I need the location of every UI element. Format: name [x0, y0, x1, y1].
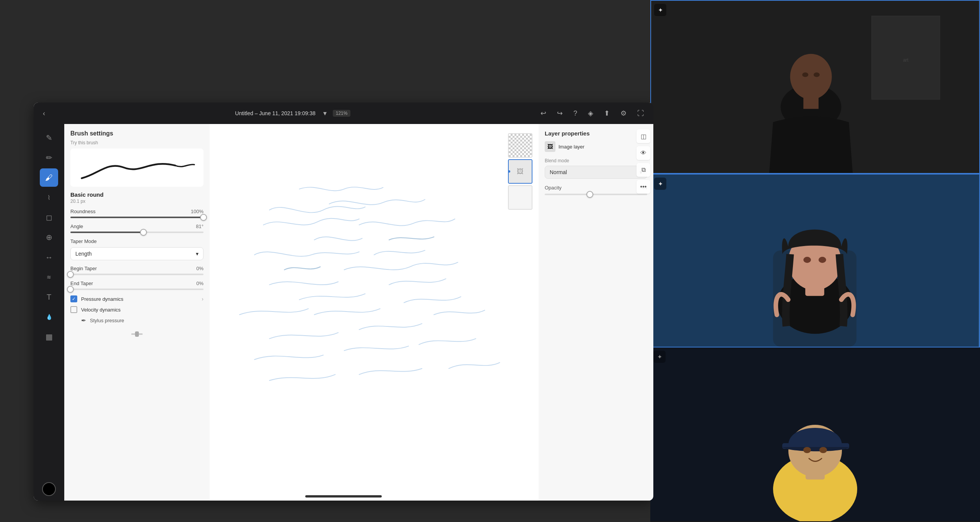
svg-point-15 — [803, 257, 811, 263]
redo-button[interactable]: ↪ — [554, 108, 566, 119]
video-3-overlay: ✦ — [653, 351, 666, 363]
taper-mode-setting: Taper Mode Length ▾ — [70, 238, 203, 260]
text-tool[interactable]: T — [40, 288, 58, 306]
right-icons-panel: ◫ 👁 ⧉ ••• — [637, 129, 650, 194]
reference-panel-button[interactable]: ⧉ — [637, 163, 650, 177]
blend-mode-value: Normal — [550, 169, 567, 175]
angle-slider[interactable] — [70, 232, 203, 233]
end-taper-slider[interactable] — [70, 289, 203, 290]
begin-taper-value: 0% — [196, 266, 203, 271]
more-options-button[interactable]: ••• — [637, 180, 650, 194]
pressure-dynamics-label: Pressure dynamics — [81, 296, 198, 302]
stylus-pressure-row: ✒ Stylus pressure — [70, 317, 203, 324]
pin-button-1[interactable]: ✦ — [654, 4, 666, 16]
back-button[interactable]: ‹ — [40, 108, 48, 119]
roundness-label: Roundness — [70, 209, 96, 214]
end-taper-setting: End Taper 0% — [70, 281, 203, 290]
stylus-pressure-label: Stylus pressure — [90, 318, 124, 323]
smudge-tool[interactable]: ⌇ — [40, 188, 58, 207]
velocity-dynamics-label: Velocity dynamics — [81, 307, 203, 313]
color-swatch[interactable] — [42, 482, 56, 496]
document-title: Untitled – June 11, 2021 19:09:38 — [235, 110, 316, 116]
video-panel-2: ✦ — [650, 174, 980, 347]
selection-tool[interactable]: ⊕ — [40, 228, 58, 246]
layer-thumbnails: 🖼 — [508, 133, 539, 210]
settings-button[interactable]: ⚙ — [617, 108, 630, 119]
opacity-slider[interactable] — [545, 194, 647, 195]
transform-tool[interactable]: ↔ — [40, 248, 58, 266]
pin-icon-1: ✦ — [658, 7, 663, 14]
taper-mode-dropdown[interactable]: Length ▾ — [70, 247, 203, 260]
pin-button-2[interactable]: ✦ — [654, 178, 666, 190]
modify-tool[interactable]: ✎ — [40, 129, 58, 147]
layer-thumb-2[interactable]: 🖼 — [508, 159, 532, 184]
svg-rect-1 — [135, 331, 139, 337]
pin-icon-2: ✦ — [658, 180, 663, 188]
chevron-down-icon: ▾ — [196, 251, 199, 257]
layer-thumb-3[interactable] — [508, 185, 532, 210]
app-window: ‹ Untitled – June 11, 2021 19:09:38 ▾ 12… — [34, 103, 653, 501]
video-panel-3: ✦ — [650, 347, 980, 521]
share-button[interactable]: ⬆ — [601, 108, 613, 119]
visibility-button[interactable]: 👁 — [637, 146, 650, 160]
eyedropper-tool[interactable]: 💧 — [40, 308, 58, 326]
pencil-tool[interactable]: ✏ — [40, 148, 58, 167]
blend-mode-label: Blend mode — [545, 158, 647, 163]
title-dropdown-button[interactable]: ▾ — [320, 108, 330, 119]
top-toolbar: ‹ Untitled – June 11, 2021 19:09:38 ▾ 12… — [34, 103, 653, 124]
svg-text:art: art — [903, 57, 909, 63]
svg-point-8 — [802, 72, 808, 77]
begin-taper-setting: Begin Taper 0% — [70, 266, 203, 275]
pin-icon-3: ✦ — [657, 353, 662, 361]
layer-properties-panel: Layer properties 🖼 Image layer Blend mod… — [539, 124, 653, 501]
taper-mode-value: Length — [75, 251, 92, 257]
pin-button-3[interactable]: ✦ — [653, 351, 666, 363]
svg-point-9 — [814, 72, 820, 77]
video-2-overlay: ✦ — [654, 178, 666, 190]
svg-point-23 — [819, 447, 827, 453]
help-button[interactable]: ? — [570, 108, 580, 119]
brush-settings-title: Brush settings — [70, 130, 203, 137]
begin-taper-slider[interactable] — [70, 274, 203, 275]
gallery-tool[interactable]: ▦ — [40, 328, 58, 346]
layers-button[interactable]: ◫ — [637, 129, 650, 143]
pressure-dynamics-checkbox[interactable] — [70, 295, 77, 302]
svg-point-6 — [790, 54, 832, 100]
brush-bottom-icon — [70, 330, 203, 338]
video-panel-1: ✦ art — [650, 0, 980, 174]
brush-tool[interactable]: 🖌 — [40, 168, 58, 187]
pressure-dynamics-row[interactable]: Pressure dynamics › — [70, 295, 203, 302]
undo-button[interactable]: ↩ — [537, 108, 549, 119]
velocity-dynamics-checkbox[interactable] — [70, 306, 77, 313]
roundness-value: 100% — [191, 209, 203, 214]
try-brush-label: Try this brush — [70, 140, 203, 145]
brush-size: 20.1 px — [70, 199, 203, 204]
stylus-icon: ✒ — [81, 317, 86, 324]
svg-point-16 — [819, 257, 826, 263]
velocity-dynamics-row[interactable]: Velocity dynamics — [70, 306, 203, 313]
reference-button[interactable]: ◈ — [585, 108, 596, 119]
image-layer-icon: 🖼 — [545, 141, 555, 152]
angle-value: 81° — [196, 223, 203, 229]
svg-point-22 — [803, 447, 811, 453]
canvas-area[interactable] — [210, 124, 539, 501]
taper-mode-label: Taper Mode — [70, 238, 203, 244]
image-layer-row: 🖼 Image layer — [545, 141, 647, 152]
layer-thumb-1[interactable] — [508, 133, 532, 158]
brush-settings-panel: Brush settings Try this brush Basic roun… — [64, 124, 210, 501]
opacity-label: Opacity — [545, 185, 562, 191]
roundness-slider[interactable] — [70, 217, 203, 218]
end-taper-value: 0% — [196, 281, 203, 286]
fullscreen-button[interactable]: ⛶ — [634, 108, 647, 119]
blend-mode-dropdown[interactable]: Normal ▾ — [545, 166, 647, 179]
brush-name: Basic round — [70, 191, 203, 198]
liquify-tool[interactable]: ≋ — [40, 268, 58, 286]
home-bar — [305, 495, 382, 498]
begin-taper-label: Begin Taper — [70, 266, 97, 271]
angle-setting: Angle 81° — [70, 223, 203, 233]
brush-preview[interactable] — [70, 148, 203, 187]
image-layer-label: Image layer — [558, 144, 584, 150]
eraser-tool[interactable]: ◻ — [40, 208, 58, 227]
svg-rect-7 — [803, 94, 819, 109]
drawing-app: ‹ Untitled – June 11, 2021 19:09:38 ▾ 12… — [0, 0, 650, 522]
